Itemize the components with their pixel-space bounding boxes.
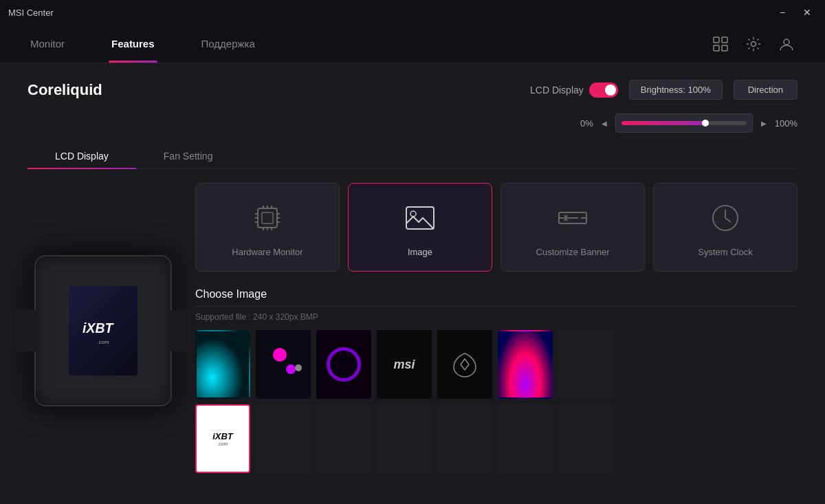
header-controls: LCD Display Brightness: 100% Direction — [530, 80, 798, 100]
brightness-button[interactable]: Brightness: 100% — [629, 80, 723, 100]
nav-tabs: Monitor Features Поддержка — [28, 25, 258, 63]
svg-text:iXBT: iXBT — [82, 320, 115, 336]
choose-image-section: Choose Image Supported file : 240 x 320p… — [195, 288, 798, 473]
banner-icon — [552, 197, 593, 239]
tab-fan-setting[interactable]: Fan Setting — [136, 144, 241, 168]
user-icon — [779, 36, 794, 52]
image-thumb-3[interactable] — [316, 330, 371, 399]
direction-button[interactable]: Direction — [734, 80, 798, 100]
svg-rect-7 — [258, 208, 277, 228]
image-thumb-12[interactable] — [437, 404, 492, 473]
brightness-slider-container — [615, 113, 753, 133]
navbar: Monitor Features Поддержка — [0, 25, 825, 63]
page-title: Coreliquid — [28, 81, 102, 99]
device-preview: iXBT .com — [28, 183, 179, 479]
image-thumb-ixbt[interactable]: iXBT .com — [195, 404, 250, 473]
option-system-clock[interactable]: System Clock — [653, 183, 798, 272]
ixbt-com-label: .com — [97, 339, 109, 345]
supported-file-label: Supported file : 240 x 320px BMP — [195, 312, 798, 322]
svg-point-5 — [784, 39, 789, 45]
brightness-min-label: 0% — [580, 118, 593, 129]
lcd-display-label: LCD Display — [530, 85, 584, 96]
msi-text-thumb: msi — [393, 358, 415, 372]
svg-rect-1 — [722, 37, 727, 43]
svg-line-31 — [725, 218, 731, 222]
clock-icon — [705, 197, 746, 239]
section-divider — [195, 306, 798, 307]
msi-dragon-icon — [451, 351, 478, 378]
slider-left-arrow[interactable]: ◀ — [602, 120, 607, 127]
svg-rect-2 — [714, 45, 719, 51]
brightness-slider-track[interactable] — [622, 121, 747, 125]
user-button[interactable] — [776, 33, 798, 55]
nav-tab-support[interactable]: Поддержка — [199, 25, 258, 63]
cpu-icon — [247, 197, 288, 239]
option-customize-banner[interactable]: Customize Banner — [500, 183, 645, 272]
svg-rect-8 — [262, 212, 273, 223]
device-arm-left — [15, 310, 37, 351]
main-layout: iXBT .com — [28, 183, 798, 479]
grid-view-button[interactable] — [710, 33, 732, 55]
device-screen: iXBT .com — [69, 286, 138, 375]
image-thumb-7[interactable] — [558, 330, 613, 399]
image-thumb-10[interactable] — [316, 404, 371, 473]
options-grid: Hardware Monitor Image — [195, 183, 798, 272]
settings-button[interactable] — [742, 33, 764, 55]
system-clock-label: System Clock — [698, 247, 752, 257]
device-screen-content: iXBT .com — [69, 286, 138, 375]
grid-icon — [713, 36, 728, 52]
image-thumb-6[interactable] — [498, 330, 553, 399]
page-header: Coreliquid LCD Display Brightness: 100% … — [28, 80, 798, 100]
image-thumb-14[interactable] — [558, 404, 613, 473]
lcd-toggle-group: LCD Display — [530, 83, 618, 98]
main-content: Coreliquid LCD Display Brightness: 100% … — [0, 63, 825, 495]
option-image[interactable]: Image — [348, 183, 492, 272]
titlebar: MSI Center − ✕ — [0, 0, 825, 25]
image-thumb-1[interactable] — [195, 330, 250, 399]
device-arm-right — [169, 310, 191, 351]
brightness-max-label: 100% — [775, 118, 798, 129]
nav-tab-monitor[interactable]: Monitor — [28, 25, 67, 63]
svg-rect-3 — [722, 45, 727, 51]
nav-tab-features[interactable]: Features — [109, 25, 157, 63]
slider-right-arrow[interactable]: ▶ — [761, 120, 767, 127]
svg-rect-0 — [714, 37, 719, 43]
device-shell: iXBT .com — [34, 255, 172, 406]
lcd-toggle[interactable] — [589, 83, 618, 98]
image-thumb-9[interactable] — [256, 404, 311, 473]
display-options-panel: Hardware Monitor Image — [195, 183, 798, 479]
window-controls: − ✕ — [773, 3, 817, 22]
svg-point-4 — [751, 41, 756, 46]
minimize-button[interactable]: − — [773, 3, 792, 22]
image-row-2: iXBT .com — [195, 404, 798, 473]
gear-icon — [746, 36, 761, 52]
choose-image-title: Choose Image — [195, 288, 267, 300]
tab-lcd-display[interactable]: LCD Display — [28, 144, 136, 168]
app-title: MSI Center — [8, 8, 54, 18]
image-thumb-13[interactable] — [498, 404, 553, 473]
image-thumb-4[interactable]: msi — [377, 330, 432, 399]
brightness-slider-thumb — [702, 120, 709, 127]
ixbt-thumb-text: iXBT — [212, 431, 233, 441]
ixbt-logo-on-screen: iXBT — [82, 317, 124, 338]
image-row-1: msi — [195, 330, 798, 399]
hardware-monitor-label: Hardware Monitor — [232, 247, 302, 257]
close-button[interactable]: ✕ — [798, 3, 817, 22]
image-thumb-11[interactable] — [377, 404, 432, 473]
customize-banner-label: Customize Banner — [536, 247, 610, 257]
image-icon — [399, 197, 441, 239]
nav-actions — [710, 33, 798, 55]
image-thumb-5[interactable] — [437, 330, 492, 399]
image-thumb-2[interactable] — [256, 330, 311, 399]
ixbt-thumb-sub: .com — [217, 441, 228, 446]
image-label: Image — [408, 247, 432, 257]
option-hardware-monitor[interactable]: Hardware Monitor — [195, 183, 340, 272]
sub-tab-strip: LCD Display Fan Setting — [28, 144, 798, 169]
brightness-slider-row: 0% ◀ ▶ 100% — [28, 113, 798, 133]
